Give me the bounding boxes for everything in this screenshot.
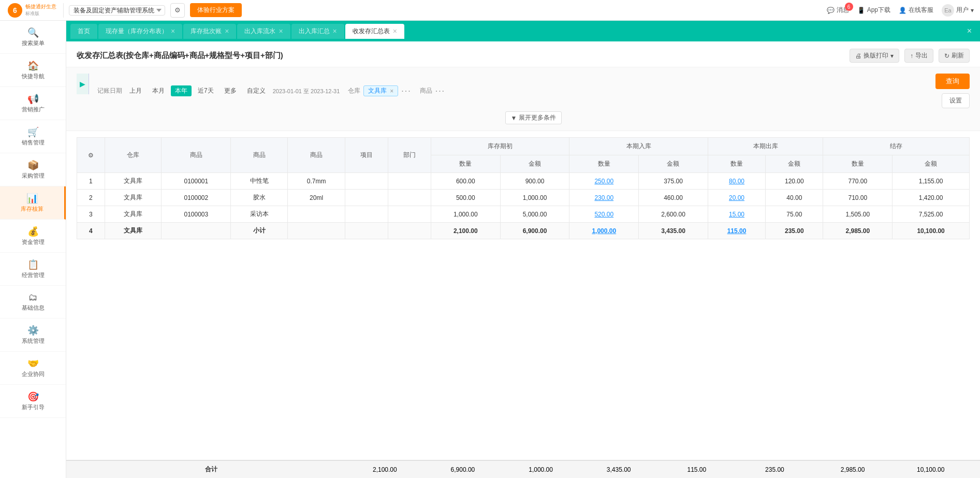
sidebar-item-label: 营销推广 (22, 106, 45, 113)
sidebar-item-system[interactable]: ⚙️系统管理 (0, 318, 66, 352)
warehouse-tag-close[interactable]: × (390, 88, 393, 95)
print-button[interactable]: 🖨 换版打印 ▾ (850, 49, 899, 63)
row-out-amt: 40.00 (766, 190, 823, 206)
total-open-qty: 2,100.00 (346, 466, 424, 473)
query-button[interactable]: 查询 (935, 74, 970, 89)
tab-batch-account[interactable]: 库存批次账× (183, 24, 236, 39)
in-qty-link[interactable]: 1,000.00 (592, 227, 616, 235)
row-goods-name: 胶水 (231, 190, 288, 206)
out-qty-link[interactable]: 80.00 (729, 178, 744, 185)
goods-ellipsis[interactable]: ··· (435, 86, 445, 96)
sidebar-item-label: 企业协同 (22, 370, 45, 378)
date-shortcut-本年[interactable]: 本年 (171, 85, 192, 96)
table-settings-col[interactable]: ⚙ (77, 138, 105, 173)
tab-in-out-flow[interactable]: 出入库流水× (237, 24, 290, 39)
tab-label-recv-send-summary: 收发存汇总表 (353, 27, 390, 36)
row-close-qty: 770.00 (823, 173, 893, 190)
sidebar-item-quick-nav[interactable]: 🏠快捷导航 (0, 54, 66, 87)
expand-conditions-button[interactable]: ▼ 展开更多条件 (505, 111, 562, 124)
brand-sub: 标准版 (25, 10, 56, 17)
in-qty-link[interactable]: 520.00 (594, 211, 613, 218)
tab-bar: 首页现存量（库存分布表）×库存批次账×出入库流水×出入库汇总×收发存汇总表× × (66, 21, 980, 41)
col-department: 部门 (388, 138, 431, 173)
tab-area-close[interactable]: × (963, 26, 976, 36)
date-shortcut-本月[interactable]: 本月 (148, 85, 169, 96)
page-title: 收发存汇总表(按仓库+商品编码+商品+规格型号+项目+部门) (77, 51, 283, 61)
app-download-button[interactable]: 📱 App下载 (857, 6, 890, 15)
date-shortcut-近7天[interactable]: 近7天 (194, 85, 218, 96)
sidebar-item-operations[interactable]: 📋经营管理 (0, 253, 66, 286)
settings-button[interactable]: 设置 (942, 93, 970, 108)
purchase-icon: 📦 (27, 160, 39, 171)
tab-recv-send-summary[interactable]: 收发存汇总表× (345, 24, 404, 39)
user-menu[interactable]: Ea 用户 ▾ (942, 4, 974, 17)
tab-close-inventory-dist[interactable]: × (171, 27, 175, 35)
row-out-amt: 120.00 (766, 173, 823, 190)
system-select[interactable]: 装备及固定资产辅助管理系统 (69, 5, 165, 16)
marketing-icon: 📢 (27, 93, 39, 105)
out-qty-link[interactable]: 115.00 (727, 227, 747, 235)
table-row: 3 文具库 0100003 采访本 1,000.00 5,000.00 520.… (77, 206, 970, 223)
chevron-down-icon: ▾ (890, 52, 894, 60)
basic-info-icon: 🗂 (28, 292, 38, 303)
sidebar-item-label: 基础信息 (22, 304, 45, 312)
row-warehouse: 文具库 (105, 223, 162, 239)
date-range: 2023-01-01 至 2023-12-31 (273, 88, 340, 95)
warehouse-filter: 仓库 文具库 × ··· (348, 85, 411, 96)
row-out-amt: 75.00 (766, 206, 823, 223)
date-shortcut-更多[interactable]: 更多 (220, 85, 241, 96)
sidebar-item-basic-info[interactable]: 🗂基础信息 (0, 286, 66, 318)
date-shortcut-上月[interactable]: 上月 (125, 85, 146, 96)
tab-label-home: 首页 (78, 27, 90, 36)
col-open-amt: 金额 (500, 155, 569, 173)
row-goods-name: 采访本 (231, 206, 288, 223)
expand-arrow[interactable]: ▶ (77, 74, 89, 94)
tab-label-batch-account: 库存批次账 (191, 27, 222, 36)
operations-icon: 📋 (27, 259, 39, 270)
row-goods-name: 小计 (231, 223, 288, 239)
sidebar-item-enterprise[interactable]: 🤝企业协同 (0, 352, 66, 385)
warehouse-tag[interactable]: 文具库 × (363, 85, 398, 96)
row-open-amt: 900.00 (500, 173, 569, 190)
date-shortcut-自定义[interactable]: 自定义 (243, 85, 270, 96)
in-qty-link[interactable]: 230.00 (594, 194, 613, 201)
warehouse-ellipsis[interactable]: ··· (401, 86, 411, 96)
online-service-button[interactable]: 👤 在线客服 (899, 6, 933, 15)
out-qty-link[interactable]: 15.00 (729, 211, 744, 218)
row-out-qty: 15.00 (708, 206, 765, 223)
tab-home[interactable]: 首页 (70, 24, 97, 39)
message-button[interactable]: 💬 消息 6 (827, 6, 849, 15)
sidebar-item-label: 系统管理 (22, 337, 45, 345)
row-goods-code: 0100002 (162, 190, 231, 206)
sidebar-item-inventory[interactable]: 📊库存核算 (0, 186, 66, 220)
row-no: 3 (77, 206, 105, 223)
sidebar-item-sales[interactable]: 🛒销售管理 (0, 120, 66, 153)
tab-close-recv-send-summary[interactable]: × (393, 27, 397, 35)
sidebar-item-marketing[interactable]: 📢营销推广 (0, 87, 66, 120)
tab-close-batch-account[interactable]: × (225, 27, 229, 35)
tab-close-in-out-flow[interactable]: × (279, 27, 283, 35)
goods-label: 商品 (420, 86, 432, 95)
mobile-icon: 📱 (857, 7, 865, 14)
tab-inventory-dist[interactable]: 现存量（库存分布表）× (98, 24, 182, 39)
row-close-qty: 1,505.00 (823, 206, 893, 223)
data-table: ⚙ 仓库 商品 商品 商品 项目 部门 库存期初 本期入库 本期出库 (77, 137, 970, 239)
in-qty-link[interactable]: 250.00 (594, 178, 613, 185)
sidebar-item-guide[interactable]: 🎯新手引导 (0, 385, 66, 418)
row-in-amt: 375.00 (639, 173, 708, 190)
gear-button[interactable]: ⚙ (170, 3, 185, 18)
row-project (345, 173, 388, 190)
row-close-qty: 2,985.00 (823, 223, 893, 239)
sidebar-item-search[interactable]: 🔍搜索菜单 (0, 21, 66, 54)
export-button[interactable]: ↑ 导出 (904, 49, 933, 63)
refresh-button[interactable]: ↻ 刷新 (939, 49, 970, 63)
tab-close-in-out-summary[interactable]: × (333, 27, 337, 35)
col-out: 本期出库 (708, 138, 823, 155)
col-out-amt: 金额 (766, 155, 823, 173)
tab-in-out-summary[interactable]: 出入库汇总× (291, 24, 344, 39)
sidebar-item-finance[interactable]: 💰资金管理 (0, 220, 66, 253)
out-qty-link[interactable]: 20.00 (729, 194, 744, 201)
trial-button[interactable]: 体验行业方案 (190, 3, 242, 17)
row-close-amt: 10,100.00 (893, 223, 970, 239)
sidebar-item-purchase[interactable]: 📦采购管理 (0, 153, 66, 186)
